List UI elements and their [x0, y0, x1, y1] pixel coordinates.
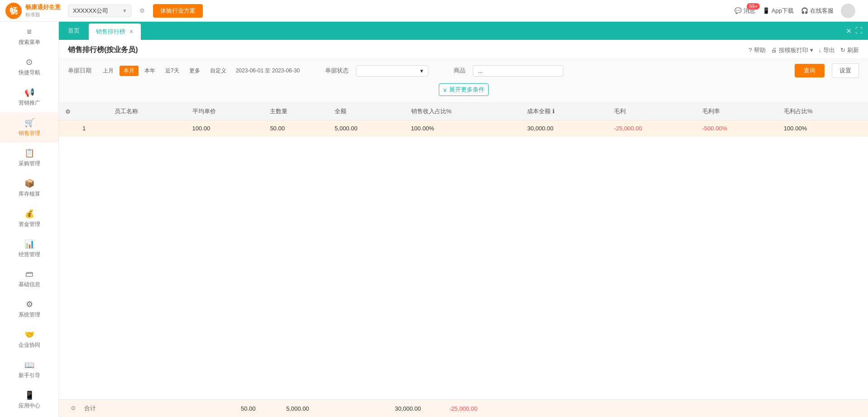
date-btn-上月[interactable]: 上月	[99, 66, 118, 76]
col-header-sales_pct: 销售收入占比%	[406, 103, 522, 120]
footer-main-qty: 50.00	[241, 405, 286, 412]
footer-total-amount: 5,000.00	[286, 405, 340, 412]
sidebar-label-system: 系统管理	[19, 311, 40, 319]
sidebar-item-search-orders[interactable]: ≡ 搜索菜单	[0, 22, 58, 52]
page-header: 销售排行榜(按业务员) ? 帮助 🖨 按模板打印 ▾ ↓	[59, 40, 868, 59]
sidebar-item-enterprise-collab[interactable]: 🤝 企业协同	[0, 324, 58, 355]
refresh-icon: ↻	[840, 47, 845, 53]
tab-sales-ranking[interactable]: 销售排行榜 ✕	[89, 24, 141, 40]
col-header-total_amount: 全额	[329, 103, 406, 120]
avatar[interactable]	[841, 4, 855, 18]
system-icon: ⚙	[26, 299, 33, 309]
col-header-gross_pct: 毛利占比%	[778, 103, 868, 120]
export-button[interactable]: ↓ 导出	[819, 46, 835, 54]
sidebar-item-basic-info[interactable]: 🗃 基础信息	[0, 264, 58, 294]
date-btn-近7天[interactable]: 近7天	[161, 66, 183, 76]
page-title: 销售排行榜(按业务员)	[68, 45, 138, 55]
date-filter-label: 单据日期	[68, 67, 91, 75]
sidebar-label-purchase: 采购管理	[19, 160, 40, 168]
messages-badge: 99+	[747, 3, 760, 10]
cell-0	[59, 120, 77, 137]
cell-10: 100.00%	[778, 120, 868, 137]
cell-4: 50.00	[264, 120, 329, 137]
sidebar-item-quick-nav[interactable]: ⊙ 快捷导航	[0, 52, 58, 82]
cell-3: 100.00	[187, 120, 265, 137]
cell-8: -25,000.00	[609, 120, 697, 137]
col-header-rank	[77, 103, 109, 120]
window-expand-icon[interactable]: ⛶	[855, 27, 863, 35]
messages-button[interactable]: 💬 消息 99+	[734, 7, 755, 15]
goods-filter-label: 商品	[454, 67, 465, 75]
sidebar-label-app-center: 应用中心	[19, 402, 40, 410]
export-icon: ↓	[819, 47, 822, 53]
logo-subtitle: 标准版	[25, 11, 61, 18]
expand-filters-button[interactable]: ∨ 展开更多条件	[439, 83, 489, 96]
trial-button[interactable]: 体验行业方案	[153, 4, 203, 18]
settings-icon[interactable]: ⚙	[135, 4, 149, 18]
online-service-button[interactable]: 🎧 在线客服	[801, 7, 834, 15]
sidebar: ≡ 搜索菜单 ⊙ 快捷导航 📢 营销推广 🛒 销售管理 📋 采购管理 📦 库存核…	[0, 22, 59, 417]
tab-home[interactable]: 首页	[59, 22, 89, 40]
col-header-employee_name: 员工名称	[109, 103, 187, 120]
sidebar-item-onboarding[interactable]: 📖 新手引导	[0, 355, 58, 385]
onboarding-icon: 📖	[24, 360, 34, 370]
sidebar-label-operations: 经营管理	[19, 251, 40, 259]
date-btn-本年[interactable]: 本年	[140, 66, 159, 76]
col-header-gross_profit: 毛利	[609, 103, 697, 120]
basic-info-icon: 🗃	[25, 269, 34, 279]
company-selector[interactable]: XXXXXX公司 ▾	[68, 5, 131, 17]
table-footer: ⚙ 合计 50.00 5,000.00 30,000.00 -25,000.00	[59, 399, 868, 417]
sidebar-label-quick-nav: 快捷导航	[19, 69, 40, 77]
sidebar-label-search-orders: 搜索菜单	[19, 38, 40, 46]
sidebar-item-marketing[interactable]: 📢 营销推广	[0, 82, 58, 112]
date-filter-buttons: 上月本月本年近7天更多自定义	[99, 66, 230, 76]
goods-ellipsis: ...	[478, 67, 483, 74]
window-close-icon[interactable]: ✕	[846, 27, 852, 35]
sidebar-item-enterprise-wechat[interactable]: 💬 企业微信	[0, 415, 58, 417]
footer-cells: 50.00 5,000.00 30,000.00 -25,000.00	[137, 405, 863, 412]
sidebar-label-onboarding: 新手引导	[19, 372, 40, 379]
status-select[interactable]: ▾	[356, 65, 428, 77]
inventory-icon: 📦	[24, 178, 34, 188]
search-orders-icon: ≡	[27, 27, 32, 37]
sidebar-item-purchase[interactable]: 📋 采购管理	[0, 143, 58, 173]
date-range: 2023-06-01 至 2023-06-30	[236, 67, 300, 75]
settings-button[interactable]: 设置	[832, 63, 859, 78]
footer-settings-col: ⚙	[64, 405, 82, 412]
sidebar-item-sales[interactable]: 🛒 销售管理	[0, 112, 58, 143]
goods-input[interactable]: ...	[473, 65, 563, 77]
sidebar-item-app-center[interactable]: 📱 应用中心	[0, 385, 58, 415]
sidebar-label-sales: 销售管理	[19, 129, 40, 137]
sidebar-item-inventory[interactable]: 📦 库存核算	[0, 173, 58, 203]
col-header-main_qty: 主数量	[264, 103, 329, 120]
date-btn-本月[interactable]: 本月	[120, 66, 139, 76]
query-button[interactable]: 查询	[795, 64, 825, 77]
message-icon: 💬	[734, 7, 742, 14]
refresh-button[interactable]: ↻ 刷新	[840, 46, 859, 54]
company-name: XXXXXX公司	[73, 7, 120, 15]
tab-close-icon[interactable]: ✕	[129, 29, 134, 35]
headset-icon: 🎧	[801, 7, 808, 14]
footer-avg-price	[196, 405, 241, 412]
logo: 畅 畅康通好生意 标准版	[5, 3, 61, 19]
help-button[interactable]: ? 帮助	[748, 46, 765, 54]
cell-5: 5,000.00	[329, 120, 406, 137]
print-button[interactable]: 🖨 按模板打印 ▾	[771, 46, 813, 54]
data-table: ⚙员工名称平均单价主数量全额销售收入占比%成本全额 ℹ毛利毛利率毛利占比% 11…	[59, 103, 868, 137]
purchase-icon: 📋	[24, 148, 34, 158]
date-btn-更多[interactable]: 更多	[185, 66, 204, 76]
print-icon: 🖨	[771, 47, 777, 53]
tab-bar: 首页 销售排行榜 ✕ ✕ ⛶	[59, 22, 868, 40]
sidebar-item-system[interactable]: ⚙ 系统管理	[0, 294, 58, 324]
sidebar-item-finance[interactable]: 💰 资金管理	[0, 203, 58, 234]
expand-icon: ∨	[443, 86, 447, 93]
footer-gross-profit: -25,000.00	[449, 405, 504, 412]
footer-cost-amount: 30,000.00	[395, 405, 449, 412]
sidebar-item-operations[interactable]: 📊 经营管理	[0, 234, 58, 264]
sidebar-label-finance: 资金管理	[19, 220, 40, 228]
app-download-button[interactable]: 📱 App下载	[762, 7, 794, 15]
filter-bar: 单据日期 上月本月本年近7天更多自定义 2023-06-01 至 2023-06…	[59, 59, 868, 103]
app-download-label: App下载	[772, 7, 794, 15]
col-header-settings: ⚙	[59, 103, 77, 120]
date-btn-自定义[interactable]: 自定义	[206, 66, 230, 76]
